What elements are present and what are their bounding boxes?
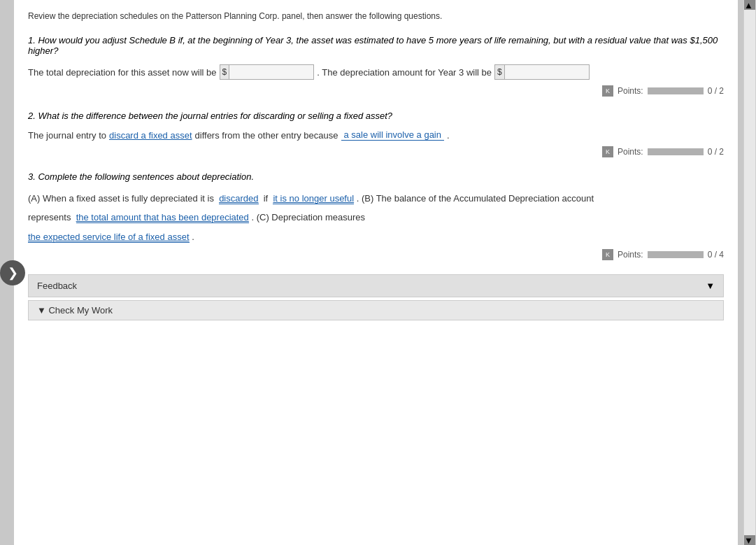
- check-my-work-bar[interactable]: ▼ Check My Work: [28, 300, 724, 320]
- points-label-1: Points:: [618, 86, 643, 96]
- points-score-2: 0 / 2: [708, 147, 724, 157]
- year3-depreciation-input-wrapper: $: [494, 64, 590, 80]
- total-depreciation-input[interactable]: [229, 65, 313, 79]
- points-score-1: 0 / 2: [708, 86, 724, 96]
- sentence-b-row: represents the total amount that has bee…: [28, 209, 724, 225]
- points-score-3: 0 / 4: [708, 250, 724, 260]
- question-2-points-row: K Points: 0 / 2: [28, 146, 724, 157]
- question-1-points-badge: K Points: 0 / 2: [602, 85, 724, 97]
- feedback-bar[interactable]: Feedback ▼: [28, 274, 724, 297]
- year3-depreciation-input[interactable]: [505, 65, 589, 79]
- question-3-points-badge: K Points: 0 / 4: [602, 249, 724, 260]
- sentence-b-answer[interactable]: the total amount that has been depreciat…: [76, 212, 249, 223]
- question-1-title: 1. How would you adjust Schedule B if, a…: [28, 35, 724, 56]
- sentence-a-row: (A) When a fixed asset is fully deprecia…: [28, 190, 724, 206]
- sentence-a-answer1[interactable]: discarded: [219, 193, 258, 204]
- nav-arrow-button[interactable]: ❯: [0, 260, 25, 285]
- points-label-3: Points:: [618, 250, 643, 260]
- question-1-block: 1. How would you adjust Schedule B if, a…: [28, 35, 724, 97]
- scrollbar-down-button[interactable]: ▼: [744, 535, 755, 545]
- arrow-icon: ❯: [8, 265, 18, 281]
- question-1-answer-row: The total depreciation for this asset no…: [28, 64, 724, 80]
- points-label-2: Points:: [618, 147, 643, 157]
- question-2-block: 2. What is the difference between the jo…: [28, 111, 724, 157]
- points-bar-1: [648, 87, 704, 94]
- main-content: Review the depreciation schedules on the…: [14, 0, 738, 545]
- question-3-title: 3. Complete the following sentences abou…: [28, 171, 724, 182]
- dollar-sign-1: $: [220, 65, 230, 79]
- question-2-answer-row: The journal entry to discard a fixed ass…: [28, 129, 724, 141]
- check-my-work-label: ▼ Check My Work: [37, 305, 113, 316]
- dollar-sign-2: $: [495, 65, 505, 79]
- sentence-c-row: the expected service life of a fixed ass…: [28, 229, 724, 245]
- scrollbar-up-button[interactable]: ▲: [744, 0, 755, 10]
- sentence-c-answer[interactable]: the expected service life of a fixed ass…: [28, 232, 190, 243]
- question-1-points-row: K Points: 0 / 2: [28, 85, 724, 97]
- points-bar-3: [648, 251, 704, 258]
- question-2-title: 2. What is the difference between the jo…: [28, 111, 724, 121]
- sale-gain-answer[interactable]: a sale will involve a gain: [341, 129, 444, 141]
- question-3-sentences: (A) When a fixed asset is fully deprecia…: [28, 190, 724, 245]
- points-icon-3: K: [602, 249, 613, 260]
- points-icon-2: K: [602, 146, 613, 157]
- question-3-points-row: K Points: 0 / 4: [28, 249, 724, 260]
- question-3-block: 3. Complete the following sentences abou…: [28, 171, 724, 260]
- scrollbar-track[interactable]: [744, 10, 755, 535]
- discard-fixed-asset-answer[interactable]: discard a fixed asset: [109, 130, 192, 141]
- feedback-arrow-icon: ▼: [706, 281, 715, 291]
- question-2-points-badge: K Points: 0 / 2: [602, 146, 724, 157]
- points-icon: K: [602, 85, 613, 97]
- feedback-label: Feedback: [37, 281, 77, 291]
- sentence-a-answer2[interactable]: it is no longer useful: [273, 193, 354, 204]
- points-bar-2: [648, 148, 704, 155]
- right-scrollbar[interactable]: ▲ ▼: [743, 0, 756, 545]
- header-text: Review the depreciation schedules on the…: [28, 7, 724, 21]
- total-depreciation-input-wrapper: $: [220, 64, 315, 80]
